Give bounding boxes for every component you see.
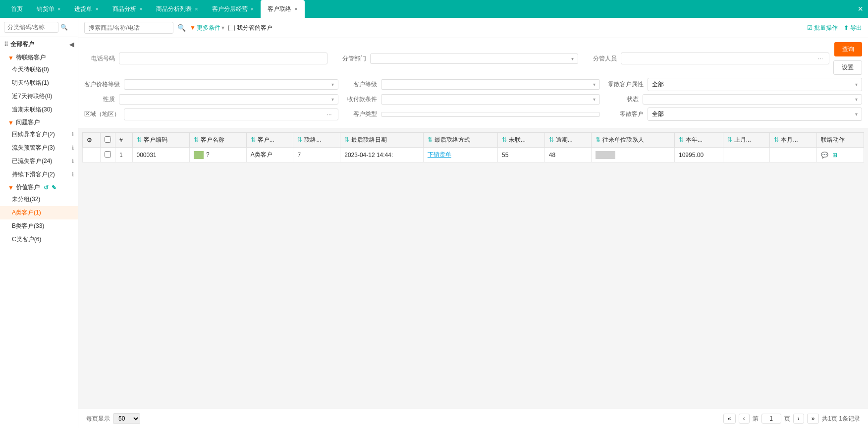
- nature-label: 性质: [84, 95, 119, 104]
- status-select[interactable]: ▾: [643, 94, 862, 105]
- sort-icon-lastmonth: ⇅: [727, 136, 732, 143]
- payment-select[interactable]: ▾: [381, 94, 600, 105]
- nav-product-analysis-list[interactable]: 商品分析列表 ×: [149, 0, 205, 18]
- col-last-month[interactable]: ⇅上月...: [723, 133, 770, 148]
- sidebar-item-a-class[interactable]: A类客户(1): [0, 206, 78, 219]
- nav-sales[interactable]: 销货单 ×: [30, 0, 67, 18]
- nav-product-analysis[interactable]: 商品分析 ×: [106, 0, 149, 18]
- close-sales-icon[interactable]: ×: [57, 6, 60, 12]
- dept-select[interactable]: ▾: [370, 54, 579, 64]
- col-settings[interactable]: ⚙: [83, 133, 101, 148]
- grid-action-icon[interactable]: ⊞: [832, 152, 837, 159]
- close-customer-contact-icon[interactable]: ×: [294, 6, 297, 12]
- row-checkbox-cell[interactable]: [101, 148, 115, 162]
- prev-page-btn[interactable]: ‹: [739, 414, 750, 424]
- top-nav: 首页 销货单 × 进货单 × 商品分析 × 商品分析列表 × 客户分层经营 × …: [0, 0, 868, 18]
- customer-type-select[interactable]: [381, 112, 600, 117]
- col-overdue-days[interactable]: ⇅逾期...: [544, 133, 592, 148]
- retail-attr-label: 零散客户属性: [608, 80, 648, 89]
- sidebar-item-7days-pending[interactable]: 近7天待联络(0): [0, 90, 78, 103]
- phone-label: 电话号码: [84, 54, 119, 63]
- sidebar-item-c-class[interactable]: C类客户(6): [0, 233, 78, 246]
- sidebar-item-loss-warning[interactable]: 流失预警客户(3) ℹ: [0, 141, 78, 155]
- area-dots-icon[interactable]: ···: [325, 111, 334, 118]
- batch-op-btn[interactable]: ☑ 批量操作: [807, 24, 838, 32]
- nav-customer-contact[interactable]: 客户联络 ×: [261, 0, 304, 18]
- page-size-select[interactable]: 50 100 200: [113, 413, 140, 424]
- row-this-month-cell: [770, 148, 817, 162]
- sidebar-item-ungrouped[interactable]: 未分组(32): [0, 193, 78, 206]
- area-select[interactable]: ···: [124, 108, 338, 120]
- sidebar-item-repurchase-abnormal[interactable]: 回购异常客户(2) ℹ: [0, 128, 78, 141]
- filter-row-3: 性质 ▾ 收付款条件 ▾ 状态: [84, 94, 862, 105]
- main-search-icon[interactable]: 🔍: [177, 24, 186, 32]
- last-page-btn[interactable]: »: [807, 414, 819, 424]
- close-customer-tier-icon[interactable]: ×: [251, 6, 254, 12]
- row-settings-cell: [83, 148, 101, 162]
- sidebar-search-icon[interactable]: 🔍: [60, 24, 68, 31]
- filter-dept-cell: 分管部门 ▾: [335, 54, 579, 64]
- sidebar-item-overdue[interactable]: 逾期未联络(30): [0, 103, 78, 116]
- sidebar-item-declining[interactable]: 持续下滑客户(2) ℹ: [0, 168, 78, 181]
- sidebar-item-tomorrow-pending[interactable]: 明天待联络(1): [0, 76, 78, 90]
- nav-customer-tier[interactable]: 客户分层经营 ×: [205, 0, 261, 18]
- close-purchase-icon[interactable]: ×: [95, 6, 98, 12]
- retail-customer-select[interactable]: 全部 ▾: [648, 107, 862, 121]
- customer-level-select[interactable]: ▾: [381, 79, 600, 90]
- nav-home[interactable]: 首页: [4, 0, 30, 18]
- select-all-checkbox[interactable]: [105, 136, 111, 143]
- next-page-btn[interactable]: ›: [793, 414, 804, 424]
- sidebar-all-customers[interactable]: ⠿ 全部客户 ◀: [0, 37, 78, 52]
- close-product-analysis-icon[interactable]: ×: [139, 6, 142, 12]
- chat-icon[interactable]: 💬: [821, 152, 828, 159]
- my-customers-checkbox[interactable]: [228, 25, 235, 31]
- col-checkbox-header[interactable]: [101, 133, 115, 148]
- row-last-method-cell[interactable]: 下销货单: [423, 148, 497, 162]
- sort-icon-code: ⇅: [137, 136, 142, 143]
- refresh-icon[interactable]: ↺: [44, 184, 49, 191]
- status-label: 状态: [608, 95, 643, 104]
- query-button[interactable]: 查询: [834, 42, 862, 56]
- close-all-tabs-icon[interactable]: ×: [858, 4, 863, 14]
- col-customer-level[interactable]: ⇅客户...: [246, 133, 293, 148]
- price-level-select[interactable]: ▾: [124, 79, 338, 90]
- row-checkbox-0[interactable]: [105, 151, 111, 158]
- my-customers-checkbox-label[interactable]: 我分管的客户: [228, 24, 272, 32]
- sort-icon-level: ⇅: [251, 136, 256, 143]
- retail-customer-label: 零散客户: [608, 110, 648, 118]
- col-this-year[interactable]: ⇅本年...: [675, 133, 723, 148]
- settings-button[interactable]: 设置: [833, 60, 862, 75]
- col-this-month[interactable]: ⇅本月...: [770, 133, 817, 148]
- sidebar-search-input[interactable]: [4, 22, 58, 33]
- last-method-link[interactable]: 下销货单: [428, 151, 451, 158]
- first-page-btn[interactable]: «: [723, 414, 736, 424]
- col-name[interactable]: ⇅客户名称: [189, 133, 246, 148]
- col-unit-contact[interactable]: ⇅往来单位联系人: [592, 133, 675, 148]
- name-color-block: [194, 151, 204, 159]
- edit-icon[interactable]: ✎: [52, 184, 56, 191]
- phone-input[interactable]: [119, 53, 327, 64]
- sort-icon-year: ⇅: [679, 136, 684, 143]
- retail-attr-select[interactable]: 全部 ▾: [648, 78, 862, 91]
- sidebar-item-lost[interactable]: 已流失客户(24) ℹ: [0, 155, 78, 168]
- person-dots-icon[interactable]: ···: [816, 55, 825, 62]
- close-product-analysis-list-icon[interactable]: ×: [195, 6, 198, 12]
- sort-icon-contact: ⇅: [297, 136, 302, 143]
- person-select[interactable]: ···: [621, 53, 829, 64]
- col-code[interactable]: ⇅客户编码: [132, 133, 189, 148]
- pagination-bar: 每页显示 50 100 200 « ‹ 第 页 › » 共1页 1条记录: [78, 409, 868, 428]
- main-search-input[interactable]: [84, 22, 173, 34]
- col-last-contact-method[interactable]: ⇅最后联络方式: [423, 133, 497, 148]
- page-number-input[interactable]: [761, 414, 781, 424]
- col-last-contact-date[interactable]: ⇅最后联络日期: [340, 133, 424, 148]
- sidebar-item-today-pending[interactable]: 今天待联络(0): [0, 63, 78, 76]
- more-conditions-btn[interactable]: ▼ 更多条件 ▾: [190, 24, 224, 32]
- export-btn[interactable]: ⬆ 导出: [844, 24, 862, 32]
- filter-person-cell: 分管人员 ···: [586, 53, 829, 64]
- nature-select[interactable]: ▾: [119, 94, 338, 105]
- nav-purchase[interactable]: 进货单 ×: [67, 0, 105, 18]
- col-contact-count[interactable]: ⇅联络...: [293, 133, 340, 148]
- col-no-contact-days[interactable]: ⇅未联...: [497, 133, 544, 148]
- info-icon-3: ℹ: [72, 171, 74, 178]
- sidebar-item-b-class[interactable]: B类客户(33): [0, 219, 78, 233]
